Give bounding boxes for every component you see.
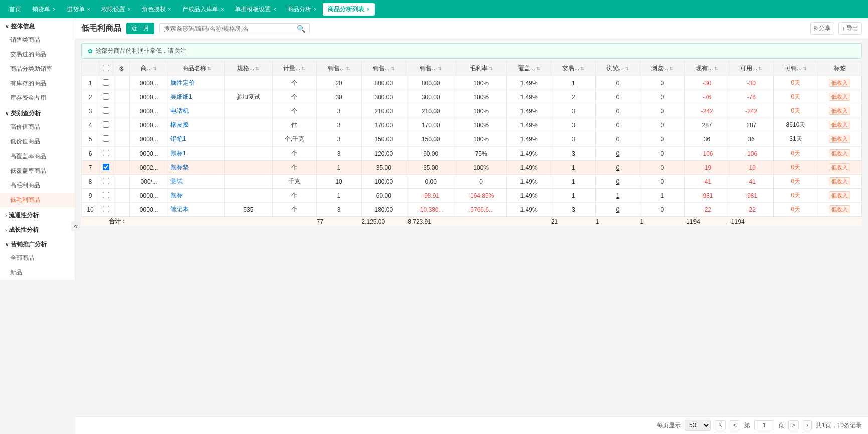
- export-button[interactable]: ↑ 导出: [838, 22, 862, 35]
- th-current-stock[interactable]: 现有... ⇅: [684, 61, 729, 76]
- per-page-select[interactable]: 50 100 200: [685, 420, 711, 431]
- cell-name[interactable]: 铅笔1: [168, 132, 224, 147]
- sidebar-item-new-products[interactable]: 新品: [0, 265, 75, 280]
- cell-browse1[interactable]: 0: [596, 203, 640, 217]
- th-spec[interactable]: 规格... ⇅: [225, 61, 272, 76]
- nav-permission-settings[interactable]: 权限设置 ×: [96, 3, 136, 16]
- cell-browse1[interactable]: 1: [596, 189, 640, 203]
- sidebar-group-circulation[interactable]: › 流通性分析: [0, 207, 75, 222]
- th-name[interactable]: 商品名称 ⇅: [168, 61, 224, 76]
- sidebar-item-traded-products[interactable]: 交易过的商品: [0, 47, 75, 62]
- sidebar-item-stock-capital[interactable]: 库存资金占用: [0, 91, 75, 105]
- table-wrapper[interactable]: ⚙ 商... ⇅ 商品名称 ⇅: [81, 61, 862, 416]
- th-code[interactable]: 商... ⇅: [130, 61, 168, 76]
- search-icon[interactable]: 🔍: [297, 25, 305, 33]
- cell-check[interactable]: [99, 104, 113, 118]
- cell-browse1[interactable]: 0: [596, 147, 640, 161]
- row-checkbox[interactable]: [103, 192, 109, 198]
- sidebar-group-growth[interactable]: › 成长性分析: [0, 222, 75, 236]
- nav-product-analysis[interactable]: 商品分析 ×: [282, 3, 322, 16]
- row-checkbox[interactable]: [103, 178, 109, 184]
- th-unit[interactable]: 计量... ⇅: [272, 61, 317, 76]
- sidebar-group-marketing[interactable]: ∨ 营销推广分析: [0, 236, 75, 251]
- cell-check[interactable]: [99, 161, 113, 175]
- nav-role-auth[interactable]: 角色授权 ×: [137, 3, 177, 16]
- th-sellable[interactable]: 可销... ⇅: [774, 61, 818, 76]
- th-sales-qty[interactable]: 销售... ⇅: [317, 61, 362, 76]
- cell-browse1[interactable]: 0: [596, 90, 640, 104]
- nav-product-analysis-list[interactable]: 商品分析列表 ×: [323, 3, 375, 16]
- cell-browse1[interactable]: 0: [596, 175, 640, 189]
- sidebar-item-low-margin[interactable]: 低毛利商品: [0, 193, 75, 207]
- cell-name[interactable]: 测试: [168, 175, 224, 189]
- close-list-icon[interactable]: ×: [367, 7, 370, 12]
- cell-name[interactable]: 吴细细1: [168, 90, 224, 104]
- cell-name[interactable]: 鼠标垫: [168, 161, 224, 175]
- th-sales-profit[interactable]: 销售... ⇅: [406, 61, 456, 76]
- cell-name[interactable]: 电话机: [168, 104, 224, 118]
- settings-icon[interactable]: ⚙: [119, 65, 124, 72]
- row-checkbox[interactable]: [103, 79, 109, 86]
- cell-check[interactable]: [99, 118, 113, 132]
- row-checkbox[interactable]: [103, 164, 109, 170]
- close-analysis-icon[interactable]: ×: [314, 7, 317, 12]
- sidebar-item-all-products[interactable]: 全部商品: [0, 251, 75, 265]
- th-coverage[interactable]: 覆盖... ⇅: [506, 61, 551, 76]
- close-purchase-icon[interactable]: ×: [87, 7, 90, 12]
- sidebar-item-high-value[interactable]: 高价值商品: [0, 120, 75, 134]
- nav-sales-order[interactable]: 销货单 ×: [27, 3, 61, 16]
- close-permission-icon[interactable]: ×: [128, 7, 131, 12]
- cell-check[interactable]: [99, 90, 113, 104]
- cell-name[interactable]: 橡皮擦: [168, 118, 224, 132]
- sidebar-collapse-button[interactable]: «: [71, 221, 80, 231]
- nav-product-warehousing[interactable]: 产成品入库单 ×: [177, 3, 229, 16]
- page-number-input[interactable]: [754, 420, 774, 430]
- search-box[interactable]: 🔍: [159, 23, 310, 34]
- sidebar-group-category-analysis[interactable]: ∨ 类别查分析: [0, 105, 75, 120]
- cell-check[interactable]: [99, 203, 113, 217]
- cell-check[interactable]: [99, 76, 113, 90]
- nav-purchase-order[interactable]: 进货单 ×: [62, 3, 95, 16]
- sidebar-group-overall[interactable]: ∨ 整体信息: [0, 18, 75, 33]
- close-template-icon[interactable]: ×: [273, 7, 276, 12]
- sidebar-item-category-rate[interactable]: 商品分类助销率: [0, 62, 75, 76]
- page-prev-button[interactable]: <: [730, 420, 740, 430]
- th-browse1[interactable]: 浏览... ⇅: [596, 61, 640, 76]
- cell-name[interactable]: 属性定价: [168, 76, 224, 90]
- close-warehousing-icon[interactable]: ×: [221, 7, 224, 12]
- th-transactions[interactable]: 交易... ⇅: [551, 61, 596, 76]
- cell-browse1[interactable]: 0: [596, 104, 640, 118]
- sidebar-item-has-stock[interactable]: 有库存的商品: [0, 76, 75, 91]
- row-checkbox[interactable]: [103, 107, 109, 114]
- row-checkbox[interactable]: [103, 206, 109, 212]
- cell-browse1[interactable]: 0: [596, 76, 640, 90]
- row-checkbox[interactable]: [103, 93, 109, 100]
- row-checkbox[interactable]: [103, 121, 109, 128]
- page-first-button[interactable]: K: [715, 420, 726, 430]
- search-input[interactable]: [164, 25, 297, 32]
- cell-name[interactable]: 鼠标1: [168, 147, 224, 161]
- cell-browse1[interactable]: 0: [596, 161, 640, 175]
- nav-template-settings[interactable]: 单据模板设置 ×: [230, 3, 281, 16]
- sidebar-item-low-coverage[interactable]: 低覆盖率商品: [0, 164, 75, 178]
- row-checkbox[interactable]: [103, 150, 109, 156]
- close-sales-icon[interactable]: ×: [53, 7, 56, 12]
- cell-name[interactable]: 鼠标: [168, 189, 224, 203]
- nav-home[interactable]: 首页: [4, 3, 26, 16]
- cell-check[interactable]: [99, 175, 113, 189]
- sidebar-item-sales-products[interactable]: 销售类商品: [0, 33, 75, 47]
- cell-check[interactable]: [99, 189, 113, 203]
- th-browse2[interactable]: 浏览... ⇅: [640, 61, 684, 76]
- cell-browse1[interactable]: 0: [596, 132, 640, 147]
- select-all-checkbox[interactable]: [103, 65, 109, 71]
- sidebar-item-low-value[interactable]: 低价值商品: [0, 134, 75, 149]
- share-button[interactable]: ⎘ 分享: [810, 22, 834, 35]
- cell-check[interactable]: [99, 132, 113, 147]
- page-next-button[interactable]: >: [788, 420, 799, 430]
- row-checkbox[interactable]: [103, 135, 109, 142]
- sidebar-item-high-margin[interactable]: 高毛利商品: [0, 178, 75, 193]
- cell-browse1[interactable]: 0: [596, 118, 640, 132]
- close-role-icon[interactable]: ×: [168, 7, 171, 12]
- page-last-button[interactable]: ›: [803, 420, 812, 430]
- th-sales-price[interactable]: 销售... ⇅: [361, 61, 406, 76]
